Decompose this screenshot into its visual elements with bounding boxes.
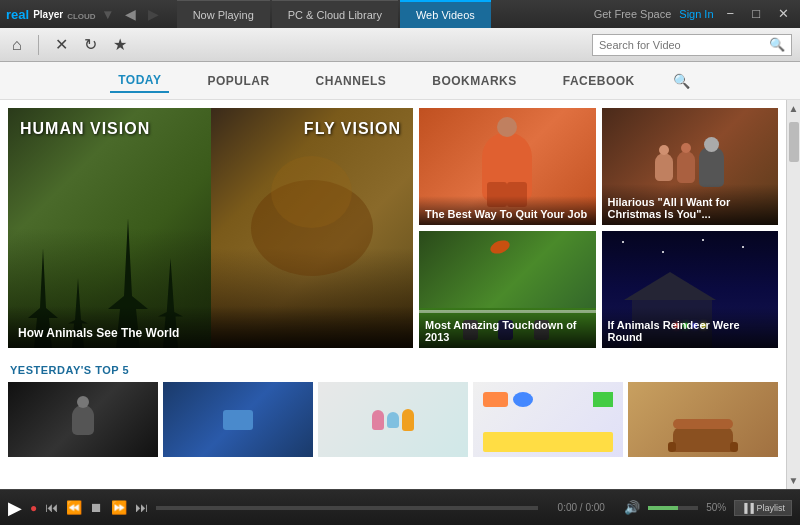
side-video-1-caption: The Best Way To Quit Your Job xyxy=(419,196,596,225)
main-content: HUMAN VISION FLY VISION How Animals See … xyxy=(0,100,786,489)
featured-grid: HUMAN VISION FLY VISION How Animals See … xyxy=(0,100,786,356)
thumb-4[interactable] xyxy=(473,382,623,457)
content-area: HUMAN VISION FLY VISION How Animals See … xyxy=(0,100,800,489)
navigation-arrows: ◀ ▶ xyxy=(121,4,163,24)
side-video-3-caption: Most Amazing Touchdown of 2013 xyxy=(419,307,596,348)
scroll-thumb[interactable] xyxy=(789,122,799,162)
prev-frame-button[interactable]: ⏪ xyxy=(66,500,82,515)
search-input[interactable] xyxy=(599,39,765,51)
minimize-button[interactable]: − xyxy=(722,0,740,28)
close-tab-icon[interactable]: ✕ xyxy=(51,33,72,56)
get-free-space-link[interactable]: Get Free Space xyxy=(594,8,672,20)
titlebar-tabs: Now Playing PC & Cloud Library Web Video… xyxy=(177,0,580,28)
logo-cloud: CLOUD xyxy=(67,12,95,21)
scroll-track[interactable] xyxy=(787,117,800,472)
nav-channels[interactable]: CHANNELS xyxy=(308,70,395,92)
featured-main-video[interactable]: HUMAN VISION FLY VISION How Animals See … xyxy=(8,108,413,348)
featured-right-label: FLY VISION xyxy=(304,120,401,138)
toolbar: ⌂ ✕ ↻ ★ 🔍 xyxy=(0,28,800,62)
time-display: 0:00 / 0:00 xyxy=(546,502,616,513)
thumb-3[interactable] xyxy=(318,382,468,457)
player: ▶ ● ⏮ ⏪ ⏹ ⏩ ⏭ 0:00 / 0:00 🔊 50% ▐▐ Playl… xyxy=(0,489,800,525)
playlist-button[interactable]: ▐▐ Playlist xyxy=(734,500,792,516)
featured-left-label: HUMAN VISION xyxy=(20,120,150,138)
logo-real: real xyxy=(6,7,29,22)
thumb-row xyxy=(0,382,786,465)
side-video-4[interactable]: If Animals Reindeer Were Round xyxy=(602,231,779,348)
skip-forward-button[interactable]: ⏭ xyxy=(135,500,148,515)
volume-fill xyxy=(648,506,678,510)
skip-back-button[interactable]: ⏮ xyxy=(45,500,58,515)
scroll-down-button[interactable]: ▼ xyxy=(787,472,800,489)
nav-popular[interactable]: POPULAR xyxy=(199,70,277,92)
yesterday-section: YESTERDAY'S TOP 5 xyxy=(0,356,786,465)
volume-percent: 50% xyxy=(706,502,726,513)
nav-search-icon[interactable]: 🔍 xyxy=(673,73,690,89)
maximize-button[interactable]: □ xyxy=(747,0,765,28)
side-video-3[interactable]: Most Amazing Touchdown of 2013 xyxy=(419,231,596,348)
volume-icon[interactable]: 🔊 xyxy=(624,500,640,515)
thumb-2[interactable] xyxy=(163,382,313,457)
scroll-up-button[interactable]: ▲ xyxy=(787,100,800,117)
search-box: 🔍 xyxy=(592,34,792,56)
side-video-2[interactable]: Hilarious "All I Want for Christmas Is Y… xyxy=(602,108,779,225)
play-button[interactable]: ▶ xyxy=(8,497,22,519)
scrollbar: ▲ ▼ xyxy=(786,100,800,489)
sign-in-link[interactable]: Sign In xyxy=(679,8,713,20)
yesterday-title: YESTERDAY'S TOP 5 xyxy=(0,356,786,382)
side-video-2-caption: Hilarious "All I Want for Christmas Is Y… xyxy=(602,184,779,225)
volume-bar[interactable] xyxy=(648,506,698,510)
bookmark-icon[interactable]: ★ xyxy=(109,33,131,56)
logo-player: Player xyxy=(33,9,63,20)
toolbar-separator xyxy=(38,35,39,55)
dropdown-arrow-icon[interactable]: ▾ xyxy=(104,6,111,22)
side-video-1[interactable]: The Best Way To Quit Your Job xyxy=(419,108,596,225)
featured-side-videos: The Best Way To Quit Your Job xyxy=(419,108,778,348)
tab-web-videos[interactable]: Web Videos xyxy=(400,0,491,28)
titlebar: realPlayer CLOUD ▾ ◀ ▶ Now Playing PC & … xyxy=(0,0,800,28)
thumb-5[interactable] xyxy=(628,382,778,457)
nav-facebook[interactable]: FACEBOOK xyxy=(555,70,643,92)
refresh-icon[interactable]: ↻ xyxy=(80,33,101,56)
nav-today[interactable]: TODAY xyxy=(110,69,169,93)
app-logo: realPlayer CLOUD ▾ xyxy=(6,6,111,22)
record-button[interactable]: ● xyxy=(30,501,37,515)
close-button[interactable]: ✕ xyxy=(773,0,794,28)
navbar: TODAY POPULAR CHANNELS BOOKMARKS FACEBOO… xyxy=(0,62,800,100)
tab-pc-cloud-library[interactable]: PC & Cloud Library xyxy=(272,0,398,28)
tab-now-playing[interactable]: Now Playing xyxy=(177,0,270,28)
side-video-4-caption: If Animals Reindeer Were Round xyxy=(602,307,779,348)
progress-bar[interactable] xyxy=(156,506,538,510)
thumb-1[interactable] xyxy=(8,382,158,457)
stop-button[interactable]: ⏹ xyxy=(90,500,103,515)
home-icon[interactable]: ⌂ xyxy=(8,34,26,56)
next-frame-button[interactable]: ⏩ xyxy=(111,500,127,515)
forward-button[interactable]: ▶ xyxy=(144,4,163,24)
featured-main-caption: How Animals See The World xyxy=(8,306,413,348)
nav-bookmarks[interactable]: BOOKMARKS xyxy=(424,70,525,92)
search-submit-icon[interactable]: 🔍 xyxy=(769,37,785,52)
back-button[interactable]: ◀ xyxy=(121,4,140,24)
titlebar-right: Get Free Space Sign In − □ ✕ xyxy=(594,0,794,28)
